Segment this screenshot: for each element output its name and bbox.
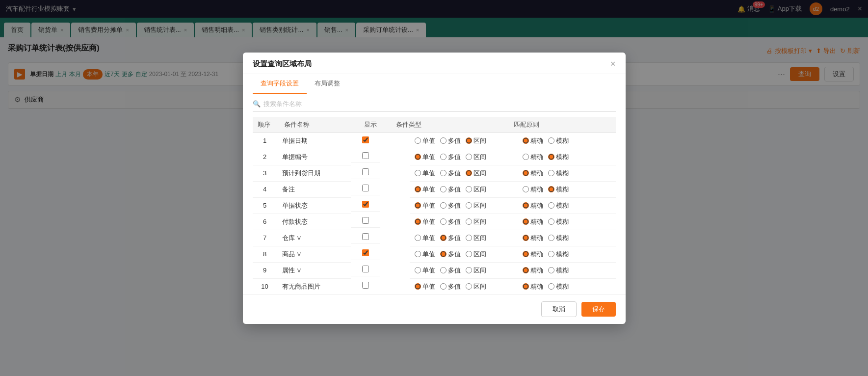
match-radio-exact[interactable]: 精确	[523, 250, 543, 259]
type-radio-range[interactable]: 区间	[466, 153, 486, 161]
type-radio-range[interactable]: 区间	[466, 282, 486, 290]
type-radio-multi[interactable]: 多值	[440, 185, 461, 194]
row-show-checkbox[interactable]	[351, 197, 380, 212]
row-show-checkbox[interactable]	[351, 246, 380, 260]
type-radio-multi[interactable]: 多值	[440, 201, 461, 210]
row-condition-name: 仓库 ∨	[277, 230, 351, 246]
row-show-checkbox[interactable]	[351, 214, 380, 228]
show-checkbox-input[interactable]	[362, 266, 369, 272]
type-radio-single[interactable]: 单值	[415, 266, 435, 275]
type-radio-range[interactable]: 区间	[466, 136, 486, 145]
type-radio-multi[interactable]: 多值	[440, 282, 461, 290]
row-type: 单值多值区间	[410, 278, 518, 290]
row-show-checkbox[interactable]	[351, 278, 380, 290]
modal-tabs: 查询字段设置 布局调整	[243, 74, 626, 94]
match-radio-fuzzy[interactable]: 模糊	[548, 201, 569, 210]
type-radio-single[interactable]: 单值	[415, 136, 435, 145]
row-condition-name: 备注	[277, 181, 351, 197]
type-radio-range[interactable]: 区间	[466, 201, 486, 210]
row-show-checkbox[interactable]	[351, 165, 380, 179]
tab-layout-adjust[interactable]: 布局调整	[307, 74, 348, 94]
row-condition-name: 属性 ∨	[277, 262, 351, 278]
type-radio-single[interactable]: 单值	[415, 282, 435, 290]
match-radio-exact[interactable]: 精确	[523, 266, 543, 275]
show-checkbox-input[interactable]	[362, 249, 369, 256]
cancel-button[interactable]: 取消	[541, 301, 577, 317]
row-condition-name: 商品 ∨	[277, 246, 351, 262]
row-show-checkbox[interactable]	[351, 181, 380, 195]
type-radio-range[interactable]: 区间	[466, 266, 486, 275]
type-radio-single[interactable]: 单值	[415, 201, 435, 210]
type-radio-single[interactable]: 单值	[415, 217, 435, 226]
type-radio-multi[interactable]: 多值	[440, 169, 461, 178]
type-radio-single[interactable]: 单值	[415, 234, 435, 242]
row-match: 精确模糊	[518, 165, 616, 181]
modal-title: 设置查询区域布局	[253, 59, 312, 69]
search-box: 🔍	[253, 100, 616, 112]
match-radio-exact[interactable]: 精确	[523, 234, 543, 242]
row-show-checkbox[interactable]	[351, 262, 380, 276]
match-radio-exact[interactable]: 精确	[523, 282, 543, 290]
type-radio-range[interactable]: 区间	[466, 185, 486, 194]
conditions-data-table: 1单据日期单值多值区间精确模糊2单据编号单值多值区间精确模糊3预计到货日期单值多…	[253, 133, 616, 290]
modal-overlay: 设置查询区域布局 × 查询字段设置 布局调整 🔍 顺序	[0, 0, 868, 376]
show-checkbox-input[interactable]	[362, 136, 369, 143]
type-radio-range[interactable]: 区间	[466, 217, 486, 226]
row-type: 单值多值区间	[410, 214, 518, 230]
match-radio-fuzzy[interactable]: 模糊	[548, 185, 569, 194]
row-order: 7	[253, 230, 277, 246]
table-row: 2单据编号单值多值区间精确模糊	[253, 149, 616, 165]
row-show-checkbox[interactable]	[351, 133, 380, 147]
type-radio-range[interactable]: 区间	[466, 169, 486, 178]
match-radio-fuzzy[interactable]: 模糊	[548, 234, 569, 242]
type-radio-multi[interactable]: 多值	[440, 266, 461, 275]
match-radio-fuzzy[interactable]: 模糊	[548, 282, 569, 290]
row-show-checkbox[interactable]	[351, 149, 380, 163]
type-radio-multi[interactable]: 多值	[440, 136, 461, 145]
show-checkbox-input[interactable]	[362, 217, 369, 224]
row-type: 单值多值区间	[410, 133, 518, 149]
match-radio-fuzzy[interactable]: 模糊	[548, 250, 569, 259]
match-radio-fuzzy[interactable]: 模糊	[548, 153, 569, 161]
show-checkbox-input[interactable]	[362, 233, 369, 240]
type-radio-range[interactable]: 区间	[466, 234, 486, 242]
match-radio-fuzzy[interactable]: 模糊	[548, 217, 569, 226]
match-radio-exact[interactable]: 精确	[523, 185, 543, 194]
type-radio-single[interactable]: 单值	[415, 185, 435, 194]
type-radio-multi[interactable]: 多值	[440, 250, 461, 259]
type-radio-single[interactable]: 单值	[415, 169, 435, 178]
match-radio-exact[interactable]: 精确	[523, 217, 543, 226]
save-button[interactable]: 保存	[581, 302, 616, 317]
show-checkbox-input[interactable]	[362, 282, 369, 289]
match-radio-fuzzy[interactable]: 模糊	[548, 136, 569, 145]
tab-query-fields[interactable]: 查询字段设置	[253, 74, 307, 94]
row-order: 2	[253, 149, 277, 165]
row-condition-name: 预计到货日期	[277, 165, 351, 181]
match-radio-exact[interactable]: 精确	[523, 201, 543, 210]
match-radio-exact[interactable]: 精确	[523, 136, 543, 145]
table-row: 9属性 ∨单值多值区间精确模糊	[253, 262, 616, 278]
match-radio-fuzzy[interactable]: 模糊	[548, 169, 569, 178]
type-radio-multi[interactable]: 多值	[440, 153, 461, 161]
type-radio-single[interactable]: 单值	[415, 153, 435, 161]
row-show-checkbox[interactable]	[351, 230, 380, 244]
type-radio-range[interactable]: 区间	[466, 250, 486, 259]
th-name: 条件名称	[279, 117, 359, 133]
type-radio-multi[interactable]: 多值	[440, 234, 461, 242]
row-condition-name: 单据日期	[277, 133, 351, 149]
th-match: 匹配原则	[509, 117, 616, 133]
type-radio-single[interactable]: 单值	[415, 250, 435, 259]
show-checkbox-input[interactable]	[362, 168, 369, 175]
show-checkbox-input[interactable]	[362, 201, 369, 208]
search-input[interactable]	[263, 100, 616, 107]
row-match: 精确模糊	[518, 278, 616, 290]
row-type: 单值多值区间	[410, 149, 518, 165]
match-radio-fuzzy[interactable]: 模糊	[548, 266, 569, 275]
type-radio-multi[interactable]: 多值	[440, 217, 461, 226]
show-checkbox-input[interactable]	[362, 185, 369, 191]
match-radio-exact[interactable]: 精确	[523, 169, 543, 178]
match-radio-exact[interactable]: 精确	[523, 153, 543, 161]
table-row: 8商品 ∨单值多值区间精确模糊	[253, 246, 616, 262]
show-checkbox-input[interactable]	[362, 152, 369, 159]
modal-close-button[interactable]: ×	[610, 59, 616, 68]
